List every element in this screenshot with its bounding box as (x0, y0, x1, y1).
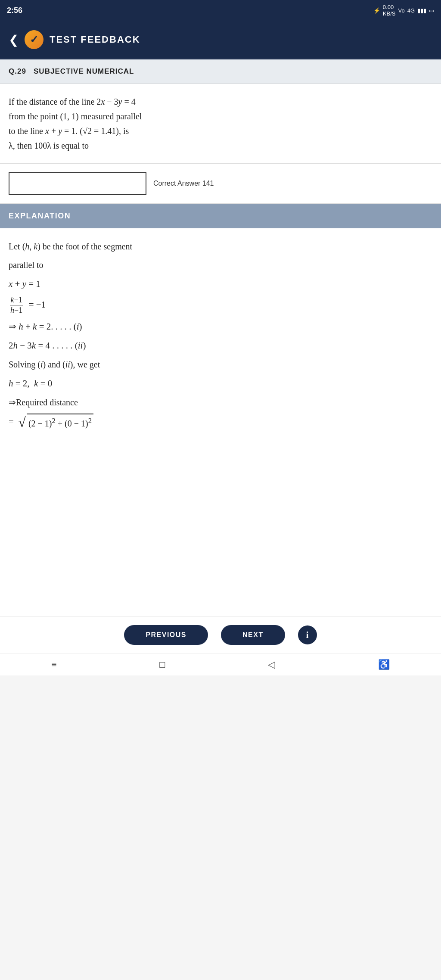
question-type: SUBJECTIVE NUMERICAL (34, 67, 134, 75)
info-button[interactable]: i (298, 625, 317, 644)
question-label: Q.29 SUBJECTIVE NUMERICAL (9, 67, 134, 75)
exp-line-3: x + y = 1 (9, 276, 432, 292)
exp-line-10: = √ (2 − 1)2 + (0 − 1)2 (9, 413, 432, 431)
header: ❮ ✓ TEST FEEDBACK (0, 21, 441, 59)
question-line-4: λ, then 100λ is equal to (9, 138, 432, 153)
exp-line-8: h = 2, k = 0 (9, 375, 432, 392)
question-line-2: from the point (1, 1) measured parallel (9, 109, 432, 124)
check-icon: ✓ (30, 34, 38, 46)
signal-icon: ▮▮▮ (417, 7, 426, 14)
lte-icon: 4G (407, 7, 415, 14)
status-time: 2:56 (7, 6, 22, 15)
data-speed: 0.00KB/S (383, 4, 396, 17)
exp-line-5: ⇒ h + k = 2. . . . . (i) (9, 318, 432, 335)
page-title: TEST FEEDBACK (50, 34, 140, 45)
explanation-title: EXPLANATION (9, 212, 71, 220)
battery-icon: ▭ (429, 7, 434, 14)
explanation-header: EXPLANATION (0, 204, 441, 228)
logo-circle: ✓ (25, 30, 43, 49)
fraction-k: k−1 h−1 (9, 295, 23, 316)
exp-line-7: Solving (i) and (ii), we get (9, 357, 432, 373)
exp-line-4: k−1 h−1 = −1 (9, 295, 432, 316)
back-button[interactable]: ❮ (9, 33, 19, 47)
answer-input-box[interactable] (9, 172, 146, 195)
menu-icon[interactable]: ≡ (51, 659, 56, 670)
correct-answer-label: Correct Answer 141 (153, 180, 214, 187)
question-body: If the distance of the line 2x − 3y = 4 … (0, 84, 441, 164)
next-button[interactable]: NEXT (221, 625, 285, 645)
question-number: Q.29 (9, 67, 26, 75)
vo-icon: Vo (398, 7, 404, 14)
back-nav-icon[interactable]: ◁ (268, 659, 275, 670)
accessibility-icon: ♿ (378, 659, 390, 670)
question-line-1: If the distance of the line 2x − 3y = 4 (9, 94, 432, 109)
previous-button[interactable]: PREVIOUS (124, 625, 208, 645)
exp-line-6: 2h − 3k = 4 . . . . . (ii) (9, 337, 432, 354)
question-header: Q.29 SUBJECTIVE NUMERICAL (0, 59, 441, 84)
network-icon: ⚡ (373, 7, 380, 14)
status-icons: ⚡ 0.00KB/S Vo 4G ▮▮▮ ▭ (373, 4, 434, 17)
explanation-body: Let (h, k) be the foot of the segment pa… (0, 228, 441, 616)
system-nav-bar: ≡ □ ◁ ♿ (0, 653, 441, 675)
bottom-nav: PREVIOUS NEXT i (0, 616, 441, 653)
answer-section: Correct Answer 141 (0, 164, 441, 204)
exp-line-2: parallel to (9, 257, 432, 273)
sqrt-expr: √ (2 − 1)2 + (0 − 1)2 (18, 414, 93, 432)
exp-line-1: Let (h, k) be the foot of the segment (9, 239, 432, 255)
question-line-3: to the line x + y = 1. (√2 = 1.41), is (9, 124, 432, 138)
exp-line-9: ⇒Required distance (9, 395, 432, 411)
status-bar: 2:56 ⚡ 0.00KB/S Vo 4G ▮▮▮ ▭ (0, 0, 441, 21)
home-icon[interactable]: □ (159, 659, 165, 670)
